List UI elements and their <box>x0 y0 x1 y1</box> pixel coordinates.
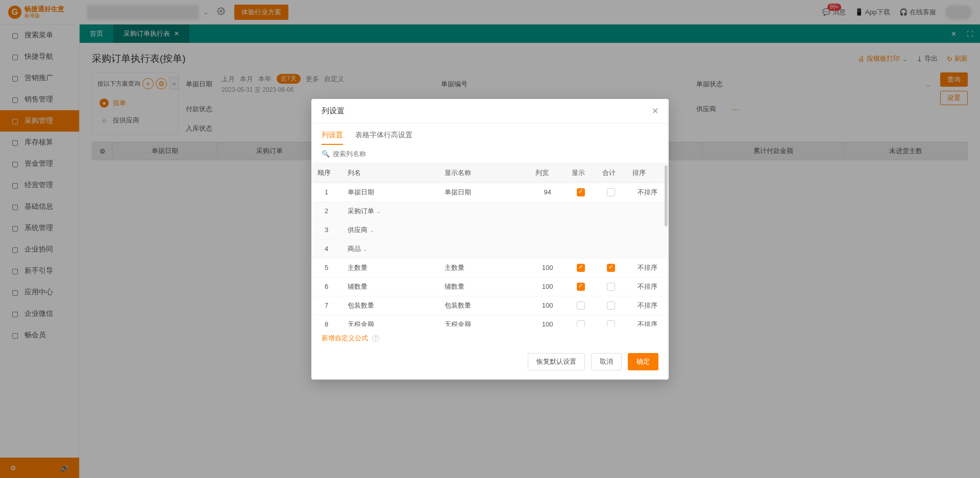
ok-button[interactable]: 确定 <box>628 353 658 370</box>
chevron-down-icon[interactable]: ⌄ <box>363 246 368 252</box>
search-icon: 🔍 <box>322 150 330 158</box>
modal-overlay: 列设置 ✕ 列设置 表格字体行高设置 🔍 顺序 列名 显示名称 列宽 显 <box>0 0 980 478</box>
modal-title: 列设置 <box>322 106 345 116</box>
column-row[interactable]: 4商品⌄ <box>311 239 669 258</box>
scrollbar[interactable] <box>665 165 668 227</box>
modal-tab-columns[interactable]: 列设置 <box>322 131 343 145</box>
column-row[interactable]: 2采购订单⌄ <box>311 202 669 220</box>
show-checkbox[interactable] <box>577 301 585 310</box>
column-row[interactable]: 8无税金额无税金额100不排序 <box>311 315 669 326</box>
show-checkbox[interactable] <box>577 264 585 272</box>
column-row[interactable]: 7包装数量包装数量100不排序 <box>311 296 669 315</box>
help-icon[interactable]: ? <box>372 335 379 342</box>
show-checkbox[interactable] <box>577 188 585 196</box>
column-settings-modal: 列设置 ✕ 列设置 表格字体行高设置 🔍 顺序 列名 显示名称 列宽 显 <box>311 99 669 380</box>
column-row[interactable]: 6辅数量辅数量100不排序 <box>311 277 669 296</box>
add-formula-link[interactable]: 新增自定义公式 <box>322 334 368 342</box>
modal-columns-table: 顺序 列名 显示名称 列宽 显示 合计 排序 1单据日期单据日期94不排序2采购… <box>311 163 669 326</box>
search-input[interactable] <box>333 150 658 158</box>
chevron-down-icon[interactable]: ⌄ <box>376 208 381 214</box>
total-checkbox[interactable] <box>607 320 615 326</box>
total-checkbox[interactable] <box>607 301 615 310</box>
total-checkbox[interactable] <box>607 264 615 272</box>
close-icon[interactable]: ✕ <box>652 106 658 116</box>
modal-tab-font[interactable]: 表格字体行高设置 <box>355 131 412 145</box>
chevron-down-icon[interactable]: ⌄ <box>370 227 374 233</box>
show-checkbox[interactable] <box>577 320 585 326</box>
total-checkbox[interactable] <box>607 283 615 291</box>
modal-search[interactable]: 🔍 <box>311 145 669 163</box>
cancel-button[interactable]: 取消 <box>591 353 622 370</box>
show-checkbox[interactable] <box>577 283 585 291</box>
restore-button[interactable]: 恢复默认设置 <box>528 353 585 370</box>
column-row[interactable]: 3供应商⌄ <box>311 220 669 239</box>
total-checkbox[interactable] <box>607 188 615 196</box>
column-row[interactable]: 5主数量主数量100不排序 <box>311 258 669 277</box>
column-row[interactable]: 1单据日期单据日期94不排序 <box>311 183 669 202</box>
